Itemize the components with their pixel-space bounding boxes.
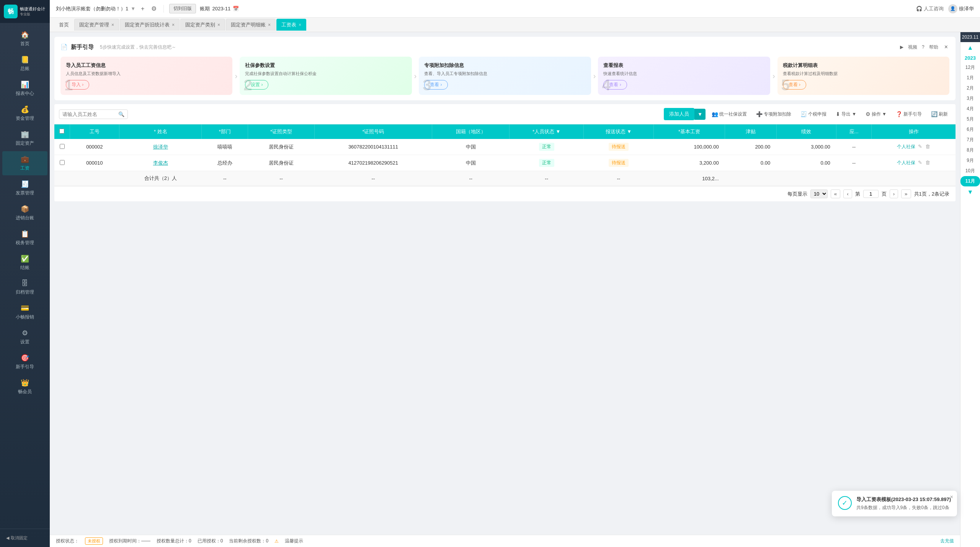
help-link[interactable]: 帮助 — [929, 44, 938, 51]
tab-salary-close-icon[interactable]: × — [299, 22, 301, 28]
sidebar-item-funds-label: 资金管理 — [16, 115, 34, 122]
row2-select-checkbox[interactable] — [60, 160, 65, 165]
cal-month-4[interactable]: 4月 — [960, 104, 980, 114]
operations-btn[interactable]: ⚙ 操作 ▼ — [862, 109, 890, 119]
sidebar-nav: 🏠 首页 📒 总账 📊 报表中心 💰 资金管理 🏢 固定资产 💼 工资 🧾 发票… — [0, 23, 50, 529]
tab-details-close-icon[interactable]: × — [268, 22, 271, 28]
summary-row: 合计共（2）人 -- -- -- -- -- -- 103,2... — [54, 171, 956, 186]
export-btn[interactable]: ⬇ 导出 ▼ — [833, 109, 859, 119]
col-status[interactable]: *人员状态 ▼ — [510, 124, 583, 139]
row1-action-link[interactable]: 个人社保 — [897, 144, 915, 149]
tab-depreciation-close-icon[interactable]: × — [172, 22, 175, 28]
cal-nav-down: ▼ — [960, 186, 980, 198]
settings-btn[interactable]: ⚙ — [150, 3, 158, 14]
sidebar-item-invoices[interactable]: 🧾 发票管理 — [2, 176, 47, 200]
tab-depreciation[interactable]: 固定资产折旧统计表 × — [120, 19, 180, 31]
add-person-btn[interactable]: 添加人员 — [664, 108, 694, 120]
sidebar-item-expense[interactable]: 💳 小畅报销 — [2, 300, 47, 324]
last-page-btn[interactable]: » — [901, 189, 911, 198]
recharge-link[interactable]: 去充值 — [940, 538, 954, 544]
cancel-fix-btn[interactable]: ◀ 取消固定 — [4, 533, 46, 543]
tab-salary-table[interactable]: 工资表 × — [276, 19, 306, 31]
onboarding-close-btn[interactable]: × — [943, 42, 949, 52]
sidebar-item-home[interactable]: 🏠 首页 — [2, 27, 47, 51]
tab-fixed-assets-mgmt[interactable]: 固定资产管理 × — [74, 19, 119, 31]
row2-name-link[interactable]: 李俊杰 — [153, 160, 168, 166]
page-input[interactable] — [863, 190, 879, 198]
total-text: 共1页，2条记录 — [914, 191, 949, 198]
refresh-btn[interactable]: 🔄 刷新 — [928, 109, 951, 119]
row2-action-link[interactable]: 个人社保 — [897, 160, 915, 165]
sidebar-item-reports[interactable]: 📊 报表中心 — [2, 77, 47, 101]
sidebar-item-tax[interactable]: 📋 税务管理 — [2, 226, 47, 250]
service-btn[interactable]: 🎧 人工咨询 — [916, 5, 944, 12]
cal-down-btn[interactable]: ▼ — [967, 188, 974, 196]
prev-page-btn[interactable]: ‹ — [843, 189, 852, 198]
sidebar-item-guide[interactable]: 🎯 新手引导 — [2, 350, 47, 374]
account-arrow-icon: ▼ — [131, 6, 136, 11]
sidebar-item-ledger[interactable]: 📒 总账 — [2, 52, 47, 76]
add-person-dropdown-btn[interactable]: ▼ — [694, 109, 706, 120]
tab-categories-close-icon[interactable]: × — [217, 22, 220, 28]
cal-month-11[interactable]: 11月 — [960, 176, 980, 186]
row1-edit-icon[interactable]: ✎ — [918, 144, 922, 149]
search-input[interactable] — [62, 111, 116, 117]
tab-details[interactable]: 固定资产明细账 × — [226, 19, 276, 31]
row2-id-type: 居民身份证 — [248, 155, 315, 171]
sidebar-item-salary[interactable]: 💼 工资 — [2, 151, 47, 175]
add-account-btn[interactable]: + — [139, 4, 146, 14]
cal-up-btn[interactable]: ▲ — [967, 44, 974, 52]
step-card-5: 税款计算明细表 查看税款计算过程及明细数据 查看 › 5 — [777, 57, 949, 95]
sidebar-item-funds[interactable]: 💰 资金管理 — [2, 101, 47, 126]
cal-month-1[interactable]: 1月 — [960, 73, 980, 83]
calendar-icon[interactable]: 📅 — [233, 6, 239, 11]
per-page-select[interactable]: 10 20 50 — [810, 189, 828, 198]
select-all-checkbox[interactable] — [59, 129, 64, 134]
col-actions: 操作 — [872, 124, 956, 139]
sidebar-item-closing[interactable]: ✅ 结账 — [2, 251, 47, 275]
next-page-btn[interactable]: › — [890, 189, 898, 198]
tab-categories[interactable]: 固定资产类别 × — [180, 19, 225, 31]
first-page-btn[interactable]: « — [831, 189, 840, 198]
data-table-wrapper: 工号 * 姓名 *部门 *证照类型 *证照号码 国籍（地区） *人员状态 ▼ 报… — [54, 124, 956, 186]
account-selector[interactable]: 刘小艳演示账套（勿删勿动！）1 ▼ — [56, 5, 136, 12]
row1-name-link[interactable]: 徐泽华 — [153, 144, 168, 150]
sidebar-item-inventory[interactable]: 📦 进销台账 — [2, 201, 47, 225]
sidebar-item-home-label: 首页 — [20, 41, 29, 47]
tax-report-btn[interactable]: 🧾 个税申报 — [797, 109, 830, 119]
tab-home[interactable]: 首页 — [54, 19, 74, 31]
switch-version-btn[interactable]: 切到旧版 — [169, 4, 196, 13]
col-report-status[interactable]: 报送状态 ▼ — [583, 124, 653, 139]
user-info[interactable]: 👤 徐泽华 — [948, 4, 974, 13]
expire-label: 授权到期时间：—— — [109, 538, 150, 544]
sidebar-item-settings[interactable]: ⚙ 设置 — [2, 325, 47, 349]
row1-select-checkbox[interactable] — [60, 144, 65, 149]
step-arrow-2: › — [412, 57, 419, 95]
tax-report-icon: 🧾 — [800, 111, 807, 117]
cal-month-9[interactable]: 9月 — [960, 155, 980, 166]
sidebar-item-member[interactable]: 👑 畅会员 — [2, 375, 47, 399]
cal-month-6[interactable]: 6月 — [960, 124, 980, 135]
row2-delete-icon[interactable]: 🗑 — [925, 160, 930, 165]
row1-delete-icon[interactable]: 🗑 — [925, 144, 930, 149]
social-insurance-btn[interactable]: 👥 统一社保设置 — [709, 109, 750, 119]
cal-month-5[interactable]: 5月 — [960, 114, 980, 124]
row2-edit-icon[interactable]: ✎ — [918, 160, 922, 165]
sidebar-item-archive[interactable]: 🗄 归档管理 — [2, 276, 47, 299]
toast-close-btn[interactable]: × — [950, 494, 953, 500]
cal-month-12[interactable]: 12月 — [960, 62, 980, 73]
cal-month-8[interactable]: 8月 — [960, 145, 980, 155]
sidebar-item-fixed-assets[interactable]: 🏢 固定资产 — [2, 126, 47, 150]
cal-month-3[interactable]: 3月 — [960, 93, 980, 104]
search-icon[interactable]: 🔍 — [118, 111, 124, 117]
cal-month-7[interactable]: 7月 — [960, 135, 980, 145]
add-person-label: 添加人员 — [669, 111, 689, 118]
guide-toolbar-btn[interactable]: ❓ 新手引导 — [893, 109, 925, 119]
cal-month-2[interactable]: 2月 — [960, 83, 980, 93]
cal-year-2023: 2023 — [965, 54, 976, 62]
deductions-btn[interactable]: ➕ 专项附加扣除 — [753, 109, 794, 119]
refresh-icon: 🔄 — [931, 111, 938, 117]
cal-month-10[interactable]: 10月 — [960, 166, 980, 176]
video-link[interactable]: 视频 — [908, 44, 917, 51]
tab-close-icon[interactable]: × — [111, 22, 114, 28]
